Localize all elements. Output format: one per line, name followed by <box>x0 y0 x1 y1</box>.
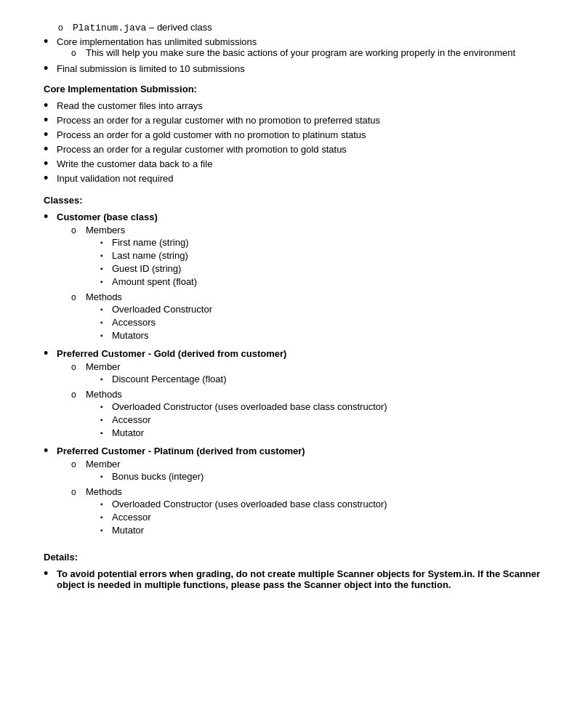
bullet-icon-5: • <box>44 128 57 141</box>
core-impl-header: Core Implementation Submission: <box>44 84 544 94</box>
platinum-sub-list: o Member ▪ Bonus bucks (integer) <box>71 459 544 538</box>
impl-text-1: Read the customer files into arrays <box>57 100 544 111</box>
customer-methods-content: Methods ▪ Overloaded Constructor ▪ Acces… <box>86 291 544 343</box>
impl-text-6: Input validation not required <box>57 173 544 184</box>
gold-member: o Member ▪ Discount Percentage (float) <box>71 361 544 387</box>
bullet-icon-1: • <box>44 35 57 48</box>
classes-section: Classes: • Customer (base class) o Membe… <box>44 195 544 540</box>
square-icon-3: ▪ <box>100 265 112 273</box>
class-customer-name: Customer (base class) <box>57 212 158 222</box>
gold-accessor: ▪ Accessor <box>100 414 544 425</box>
member-amountspent: ▪ Amount spent (float) <box>100 276 544 287</box>
bullet-icon-3: • <box>44 99 57 112</box>
core-bullet-1-content: Core implementation has unlimited submis… <box>57 36 544 60</box>
core-bullets-list: • Core implementation has unlimited subm… <box>44 36 544 75</box>
customer-methods: o Methods ▪ Overloaded Constructor <box>71 291 544 343</box>
circle-icon-5: o <box>71 362 86 372</box>
details-text-1: To avoid potential errors when grading, … <box>57 568 544 590</box>
bullet-icon-9: • <box>44 210 57 223</box>
class-platinum: • Preferred Customer - Platinum (derived… <box>44 446 544 540</box>
square-icon-6: ▪ <box>100 318 112 326</box>
member-guestid: ▪ Guest ID (string) <box>100 263 544 274</box>
class-gold-name: Preferred Customer - Gold (derived from … <box>57 348 286 359</box>
core-sub-list-1: o This will help you make sure the basic… <box>71 47 544 58</box>
classes-header: Classes: <box>44 195 544 206</box>
square-icon-1: ▪ <box>100 238 112 246</box>
bullet-icon-10: • <box>44 347 57 360</box>
customer-members-content: Members ▪ First name (string) ▪ Last nam… <box>86 225 544 289</box>
member-lastname-text: Last name (string) <box>112 250 544 261</box>
customer-methods-list: ▪ Overloaded Constructor ▪ Accessors ▪ <box>100 304 544 341</box>
square-icon-10: ▪ <box>100 416 112 424</box>
platinum-suffix: – derived class <box>146 22 212 33</box>
core-sub-item-1: o This will help you make sure the basic… <box>71 47 544 58</box>
member-amountspent-text: Amount spent (float) <box>112 276 544 287</box>
gold-discount-text: Discount Percentage (float) <box>112 374 544 384</box>
circle-icon-3: o <box>71 225 86 235</box>
method-accessors: ▪ Accessors <box>100 317 544 328</box>
member-firstname-text: First name (string) <box>112 237 544 248</box>
gold-mutator-text: Mutator <box>112 427 544 438</box>
class-customer: • Customer (base class) o Members ▪ <box>44 212 544 345</box>
platinum-methods-content: Methods ▪ Overloaded Constructor (uses o… <box>86 486 544 538</box>
square-icon-8: ▪ <box>100 375 112 383</box>
gold-methods-label: Methods <box>86 389 122 400</box>
method-mutators-text: Mutators <box>112 330 544 341</box>
square-icon-5: ▪ <box>100 305 112 313</box>
impl-text-4: Process an order for a regular customer … <box>57 144 544 155</box>
members-label: Members <box>86 225 125 235</box>
class-gold-content: Preferred Customer - Gold (derived from … <box>57 348 544 443</box>
circle-icon: o <box>58 23 73 33</box>
gold-constructor-text: Overloaded Constructor (uses overloaded … <box>112 401 544 412</box>
customer-members-list: ▪ First name (string) ▪ Last name (strin… <box>100 237 544 287</box>
methods-label: Methods <box>86 291 122 302</box>
platinum-filename: Platinum.java <box>73 23 146 33</box>
circle-icon-4: o <box>71 292 86 302</box>
platinum-accessor: ▪ Accessor <box>100 512 544 523</box>
details-section: Details: • To avoid potential errors whe… <box>44 552 544 590</box>
bullet-icon-2: • <box>44 62 57 75</box>
impl-item-2: • Process an order for a regular custome… <box>44 115 544 126</box>
square-icon-12: ▪ <box>100 472 112 480</box>
customer-members: o Members ▪ First name (string) ▪ <box>71 225 544 289</box>
platinum-constructor-text: Overloaded Constructor (uses overloaded … <box>112 499 544 509</box>
square-icon-11: ▪ <box>100 429 112 437</box>
platinum-member-list: ▪ Bonus bucks (integer) <box>100 471 544 482</box>
member-firstname: ▪ First name (string) <box>100 237 544 248</box>
class-platinum-content: Preferred Customer - Platinum (derived f… <box>57 446 544 540</box>
impl-text-5: Write the customer data back to a file <box>57 158 544 169</box>
gold-constructor: ▪ Overloaded Constructor (uses overloade… <box>100 401 544 412</box>
platinum-methods: o Methods ▪ Overloaded Constructor (uses… <box>71 486 544 538</box>
platinum-item: o Platinum.java – derived class <box>58 22 544 33</box>
details-item-1: • To avoid potential errors when grading… <box>44 568 544 590</box>
square-icon-2: ▪ <box>100 251 112 259</box>
core-impl-section: Core Implementation Submission: • Read t… <box>44 84 544 185</box>
gold-methods-list: ▪ Overloaded Constructor (uses overloade… <box>100 401 544 438</box>
details-list: • To avoid potential errors when grading… <box>44 568 544 590</box>
bullet-icon-8: • <box>44 172 57 185</box>
gold-mutator: ▪ Mutator <box>100 427 544 438</box>
bullet-icon-4: • <box>44 113 57 126</box>
bullet-icon-6: • <box>44 142 57 156</box>
gold-member-content: Member ▪ Discount Percentage (float) <box>86 361 544 387</box>
core-bullet-2: • Final submission is limited to 10 subm… <box>44 63 544 75</box>
platinum-bonus: ▪ Bonus bucks (integer) <box>100 471 544 482</box>
platinum-member-content: Member ▪ Bonus bucks (integer) <box>86 459 544 484</box>
class-gold: • Preferred Customer - Gold (derived fro… <box>44 348 544 443</box>
circle-icon-8: o <box>71 487 86 497</box>
square-icon-14: ▪ <box>100 513 112 521</box>
square-icon-13: ▪ <box>100 500 112 508</box>
class-platinum-name: Preferred Customer - Platinum (derived f… <box>57 446 305 456</box>
page-content: o Platinum.java – derived class • Core i… <box>0 0 588 622</box>
impl-item-6: • Input validation not required <box>44 173 544 185</box>
gold-member-list: ▪ Discount Percentage (float) <box>100 374 544 384</box>
gold-methods-content: Methods ▪ Overloaded Constructor (uses o… <box>86 389 544 440</box>
platinum-label: Platinum.java – derived class <box>73 22 544 33</box>
bullet-icon-7: • <box>44 157 57 170</box>
customer-sub-list: o Members ▪ First name (string) ▪ <box>71 225 544 343</box>
platinum-mutator-text: Mutator <box>112 525 544 536</box>
platinum-constructor: ▪ Overloaded Constructor (uses overloade… <box>100 499 544 509</box>
impl-item-4: • Process an order for a regular custome… <box>44 144 544 156</box>
core-sub-text-1: This will help you make sure the basic a… <box>86 47 544 58</box>
core-impl-list: • Read the customer files into arrays • … <box>44 100 544 185</box>
